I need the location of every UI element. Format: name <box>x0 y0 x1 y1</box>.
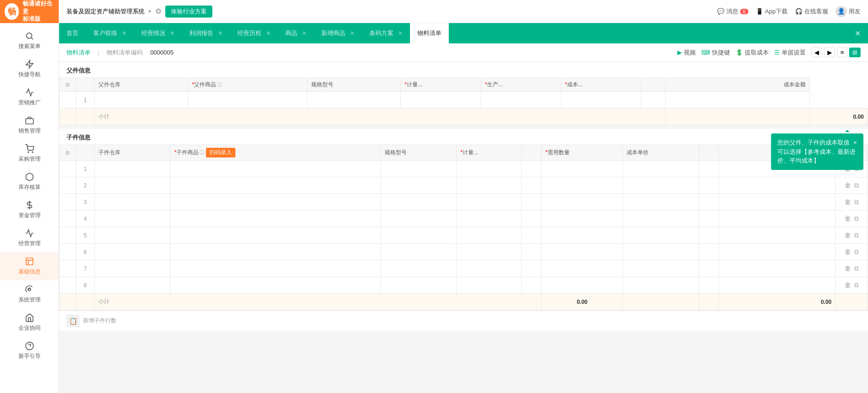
parent-row1-warehouse[interactable] <box>95 92 188 109</box>
copy-icon-r6[interactable]: ⧉ <box>854 248 859 255</box>
action-shortcut[interactable]: ⌨ 快捷键 <box>701 48 730 57</box>
gear-icon[interactable]: ⚙ <box>65 82 70 88</box>
child-r7-warehouse[interactable] <box>95 260 170 277</box>
copy-icon-r2[interactable]: ⧉ <box>854 181 859 189</box>
child-r8-qty-unit[interactable] <box>457 277 522 294</box>
child-r5-qty-unit[interactable] <box>457 227 522 244</box>
child-r5-unit-cost[interactable] <box>623 227 699 244</box>
sidebar-item-search[interactable]: 搜索菜单 <box>0 27 59 55</box>
tab-barcode[interactable]: 条码方案✕ <box>362 23 410 43</box>
sidebar-item-sales[interactable]: 销售管理 <box>0 111 59 139</box>
delete-icon-r7[interactable]: 🗑 <box>844 265 851 272</box>
dropdown-arrow[interactable]: ▾ <box>148 8 151 15</box>
tab-business[interactable]: 经营情况✕ <box>134 23 182 43</box>
delete-icon-r8[interactable]: 🗑 <box>844 281 851 289</box>
delete-icon-r6[interactable]: 🗑 <box>844 248 851 255</box>
child-r8-unit-cost[interactable] <box>623 277 699 294</box>
tab-customer-close[interactable]: ✕ <box>122 30 127 36</box>
scan-input-btn[interactable]: 扫码录入 <box>206 148 235 157</box>
action-video[interactable]: ▶ 视频 <box>677 48 696 57</box>
child-r1-spec[interactable] <box>380 161 456 177</box>
sidebar-item-guide[interactable]: 新手引导 <box>0 337 59 365</box>
sidebar-item-inventory[interactable]: 库存核算 <box>0 168 59 196</box>
tooltip-close-btn[interactable]: × <box>853 138 857 147</box>
child-r3-warehouse[interactable] <box>95 194 170 211</box>
copy-icon-r4[interactable]: ⧉ <box>854 215 859 222</box>
breadcrumb-bom[interactable]: 物料清单 <box>66 48 90 57</box>
online-service-btn[interactable]: 🎧 在线客服 <box>795 7 828 16</box>
delete-icon-r5[interactable]: 🗑 <box>844 231 851 239</box>
child-r7-spec[interactable] <box>380 260 456 277</box>
child-r8-warehouse[interactable] <box>95 277 170 294</box>
child-r6-needed[interactable] <box>542 244 623 260</box>
child-r2-qty-unit[interactable] <box>457 177 522 194</box>
copy-icon-r3[interactable]: ⧉ <box>854 198 859 206</box>
tab-customer[interactable]: 客户联络✕ <box>86 23 134 43</box>
child-r7-product[interactable] <box>170 260 380 277</box>
tab-goods-close[interactable]: ✕ <box>302 30 307 36</box>
action-settings[interactable]: ☰ 单据设置 <box>774 48 806 57</box>
sidebar-item-quick-nav[interactable]: 快捷导航 <box>0 55 59 83</box>
copy-icon-r5[interactable]: ⧉ <box>854 231 859 239</box>
sidebar-item-system[interactable]: 系统管理 <box>0 280 59 308</box>
copy-icon-r7[interactable]: ⧉ <box>854 265 859 272</box>
child-r1-warehouse[interactable] <box>95 161 170 177</box>
settings-btn[interactable]: ⚙ <box>155 7 162 16</box>
tab-new-goods[interactable]: 新增商品✕ <box>314 23 362 43</box>
copy-icon-r8[interactable]: ⧉ <box>854 281 859 289</box>
delete-icon-r4[interactable]: 🗑 <box>844 215 851 222</box>
parent-row1-cost[interactable] <box>561 92 641 109</box>
tab-profit-close[interactable]: ✕ <box>218 30 223 36</box>
child-r3-needed[interactable] <box>542 194 623 211</box>
child-r5-product[interactable] <box>170 227 380 244</box>
child-r4-unit-cost[interactable] <box>623 211 699 227</box>
child-r3-spec[interactable] <box>380 194 456 211</box>
child-r5-spec[interactable] <box>380 227 456 244</box>
child-r4-spec[interactable] <box>380 211 456 227</box>
child-r4-needed[interactable] <box>542 211 623 227</box>
child-gear-icon[interactable]: ⚙ <box>65 150 70 156</box>
child-r6-unit-cost[interactable] <box>623 244 699 260</box>
delete-icon-r2[interactable]: 🗑 <box>844 181 851 189</box>
sidebar-item-enterprise[interactable]: 企业协同 <box>0 308 59 337</box>
parent-row1-qty[interactable] <box>401 92 481 109</box>
message-btn[interactable]: 💬 消息 6 <box>717 7 748 16</box>
next-btn[interactable]: ▶ <box>824 48 835 57</box>
child-r1-needed[interactable] <box>542 161 623 177</box>
child-r1-unit-cost[interactable] <box>623 161 699 177</box>
child-r6-product[interactable] <box>170 244 380 260</box>
child-r8-needed[interactable] <box>542 277 623 294</box>
sidebar-item-finance[interactable]: 资金管理 <box>0 196 59 224</box>
child-r6-qty-unit[interactable] <box>457 244 522 260</box>
delete-icon-r3[interactable]: 🗑 <box>844 198 851 206</box>
grid-view-btn[interactable]: ⊞ <box>849 48 861 57</box>
user-btn[interactable]: 👤 用友 <box>836 6 861 17</box>
tab-barcode-close[interactable]: ✕ <box>398 30 403 36</box>
child-r7-qty-unit[interactable] <box>457 260 522 277</box>
list-view-btn[interactable]: ≡ <box>837 48 847 57</box>
child-r5-needed[interactable] <box>542 227 623 244</box>
tab-history[interactable]: 经营历程✕ <box>230 23 278 43</box>
child-r8-spec[interactable] <box>380 277 456 294</box>
child-r2-needed[interactable] <box>542 177 623 194</box>
prev-btn[interactable]: ◀ <box>811 48 822 57</box>
tab-bom[interactable]: 物料清单 <box>410 23 449 43</box>
child-r2-warehouse[interactable] <box>95 177 170 194</box>
child-r4-warehouse[interactable] <box>95 211 170 227</box>
child-r7-needed[interactable] <box>542 260 623 277</box>
child-r2-product[interactable] <box>170 177 380 194</box>
child-r5-warehouse[interactable] <box>95 227 170 244</box>
child-r3-qty-unit[interactable] <box>457 194 522 211</box>
app-download-btn[interactable]: 📱 App下载 <box>756 7 788 16</box>
tab-history-close[interactable]: ✕ <box>266 30 271 36</box>
tab-close-all[interactable]: ✕ <box>847 29 868 38</box>
sidebar-item-purchase[interactable]: 采购管理 <box>0 139 59 168</box>
tab-business-close[interactable]: ✕ <box>170 30 175 36</box>
child-r3-product[interactable] <box>170 194 380 211</box>
child-r4-product[interactable] <box>170 211 380 227</box>
action-cost[interactable]: 💲 提取成本 <box>735 48 769 57</box>
child-r6-spec[interactable] <box>380 244 456 260</box>
tab-new-goods-close[interactable]: ✕ <box>350 30 355 36</box>
parent-row1-production[interactable] <box>481 92 561 109</box>
parent-row1-product[interactable] <box>188 92 307 109</box>
